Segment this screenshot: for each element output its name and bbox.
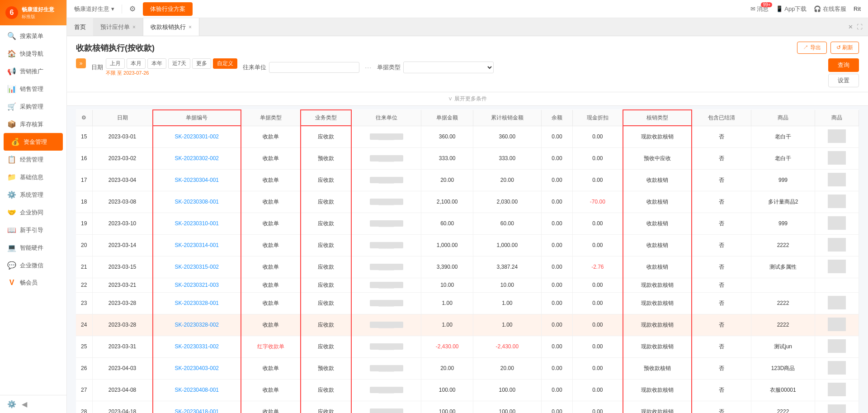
sidebar-item-guide[interactable]: 📖 新手引导 (0, 221, 66, 239)
online-service[interactable]: 🎧 在线客服 (814, 5, 846, 13)
doc-no-link[interactable]: SK-20230310-001 (175, 220, 219, 227)
filter-date-custom[interactable]: 自定义 (213, 58, 237, 69)
sidebar-item-system[interactable]: ⚙️ 系统管理 (0, 186, 66, 204)
workspace-dropdown[interactable]: 畅康道好生意 ▾ (74, 5, 114, 13)
cell-doc-no: SK-20230331-002 (153, 336, 241, 357)
filter-collapse-button[interactable]: » (76, 58, 86, 68)
table-row: 15 2023-03-01 SK-20230301-002 收款单 应收款 ██… (76, 126, 859, 147)
filter-settings-button[interactable]: 设置 (828, 74, 859, 87)
cell-amount: 60.00 (421, 213, 473, 234)
sidebar-item-search[interactable]: 🔍 搜索菜单 (0, 27, 66, 45)
doc-no-link[interactable]: SK-20230418-001 (175, 408, 219, 413)
cell-biz-type: 应收款 (301, 126, 351, 147)
tab-payable[interactable]: 预计应付单 × (93, 18, 143, 36)
doc-no-link[interactable]: SK-20230408-001 (175, 387, 219, 393)
tab-home[interactable]: 首页 (67, 18, 93, 36)
cell-doc-type: 收款单 (241, 401, 301, 413)
cell-biz-type: 应收款 (301, 379, 351, 401)
cell-verified: 1.00 (473, 314, 542, 336)
cell-verified: 1.00 (473, 292, 542, 314)
doc-no-link[interactable]: SK-20230301-002 (175, 133, 219, 140)
table-row: 23 2023-03-28 SK-20230328-001 收款单 应收款 ██… (76, 292, 859, 314)
cell-partner: ████ (351, 169, 421, 191)
cell-discount: -2.76 (573, 256, 623, 278)
cell-included: 否 (692, 278, 751, 292)
filter-date-more[interactable]: 更多 (192, 58, 211, 69)
sidebar-item-marketing[interactable]: 📢 营销推广 (0, 62, 66, 80)
doc-no-link[interactable]: SK-20230331-002 (175, 343, 219, 350)
sidebar-item-hardware[interactable]: 💻 智能硬件 (0, 239, 66, 256)
filter-date-group: 上月 本月 本年 近7天 更多 自定义 不限 至 2023-07-26 (106, 58, 237, 76)
sidebar-item-basic[interactable]: 📁 基础信息 (0, 168, 66, 186)
gear-icon[interactable]: ⚙ (129, 5, 136, 13)
filter-expand-bar[interactable]: ∨ 展开更多条件 (67, 92, 868, 106)
cell-product1: 老白干 (751, 147, 815, 169)
sidebar-item-shortcut[interactable]: 🏠 快捷导航 (0, 45, 66, 62)
export-button[interactable]: ↗ 导出 (797, 42, 826, 54)
doc-no-link[interactable]: SK-20230321-003 (175, 282, 219, 288)
cell-product2 (815, 213, 859, 234)
tab-receivable-close-icon[interactable]: × (189, 24, 192, 30)
cell-discount: 0.00 (573, 379, 623, 401)
tab-payable-close-icon[interactable]: × (132, 24, 136, 30)
cell-doc-type: 收款单 (241, 147, 301, 169)
refresh-label: 刷新 (842, 44, 853, 51)
data-table-container: ⚙ 日期 单据编号 单据类型 业务类型 往来单位 单据金额 累计核销金额 余额 … (67, 109, 868, 413)
doc-no-link[interactable]: SK-20230328-001 (175, 300, 219, 306)
col-date: 日期 (92, 110, 153, 126)
collapse-sidebar-icon[interactable]: ◀ (22, 400, 27, 408)
cell-partner: ████ (351, 278, 421, 292)
page-title: 收款核销执行(按收款) (76, 43, 155, 53)
tab-close-all-icon[interactable]: ✕ (848, 24, 853, 30)
tab-maximize-icon[interactable]: ⛶ (857, 24, 863, 30)
doc-no-link[interactable]: SK-20230308-001 (175, 199, 219, 205)
query-button[interactable]: 查询 (828, 58, 859, 72)
cell-discount: 0.00 (573, 213, 623, 234)
filter-date-this-year[interactable]: 本年 (147, 58, 166, 69)
sidebar-item-operations[interactable]: 📋 经营管理 (0, 151, 66, 168)
user-name[interactable]: Rit (854, 5, 861, 12)
cell-included: 否 (692, 292, 751, 314)
app-download[interactable]: 📱 App下载 (776, 5, 807, 13)
cell-discount: 0.00 (573, 336, 623, 357)
settings-bottom-icon[interactable]: ⚙️ (7, 400, 16, 408)
sidebar-item-wechat[interactable]: 💬 企业微信 (0, 256, 66, 274)
solution-button[interactable]: 体验行业方案 (143, 2, 193, 16)
doc-no-link[interactable]: SK-20230315-002 (175, 264, 219, 270)
sidebar-item-sales[interactable]: 📊 销售管理 (0, 80, 66, 98)
cell-biz-type: 应收款 (301, 191, 351, 213)
purchase-icon: 🛒 (7, 102, 16, 111)
filter-unit-input[interactable] (269, 62, 359, 73)
doc-no-link[interactable]: SK-20230328-002 (175, 322, 219, 328)
cell-verified: 100.00 (473, 401, 542, 413)
filter-date-last-month[interactable]: 上月 (106, 58, 125, 69)
message-badge[interactable]: ✉ 消息 99+ (750, 5, 769, 13)
sidebar-item-inventory[interactable]: 📦 库存核算 (0, 115, 66, 133)
refresh-button[interactable]: ↺ 刷新 (830, 42, 859, 54)
sidebar-item-purchase[interactable]: 🛒 采购管理 (0, 98, 66, 115)
col-gear[interactable]: ⚙ (76, 110, 92, 126)
table-row: 17 2023-03-04 SK-20230304-001 收款单 应收款 ██… (76, 169, 859, 191)
cell-num: 25 (76, 336, 92, 357)
filter-more-dots: ··· (365, 63, 372, 72)
cell-product2 (815, 256, 859, 278)
tab-receivable-writeoff[interactable]: 收款核销执行 × (143, 18, 199, 36)
sidebar-item-member[interactable]: V 畅会员 (0, 274, 66, 291)
filter-doctype-select[interactable] (403, 62, 494, 73)
doc-no-link[interactable]: SK-20230304-001 (175, 177, 219, 183)
cell-product1: 老白干 (751, 126, 815, 147)
hardware-icon: 💻 (7, 243, 16, 252)
cell-verify-type: 现款收款核销 (623, 314, 692, 336)
sidebar-item-finance[interactable]: 💰 资金管理 (4, 133, 63, 151)
cell-balance: 0.00 (541, 401, 572, 413)
filter-date-this-month[interactable]: 本月 (127, 58, 146, 69)
doc-no-link[interactable]: SK-20230403-002 (175, 365, 219, 371)
cell-num: 16 (76, 147, 92, 169)
doc-no-link[interactable]: SK-20230314-001 (175, 242, 219, 248)
cell-included: 否 (692, 234, 751, 256)
cell-amount: 360.00 (421, 126, 473, 147)
sidebar-item-enterprise[interactable]: 🤝 企业协同 (0, 204, 66, 221)
filter-date-7days[interactable]: 近7天 (168, 58, 190, 69)
col-amount: 单据金额 (421, 110, 473, 126)
doc-no-link[interactable]: SK-20230302-002 (175, 155, 219, 161)
